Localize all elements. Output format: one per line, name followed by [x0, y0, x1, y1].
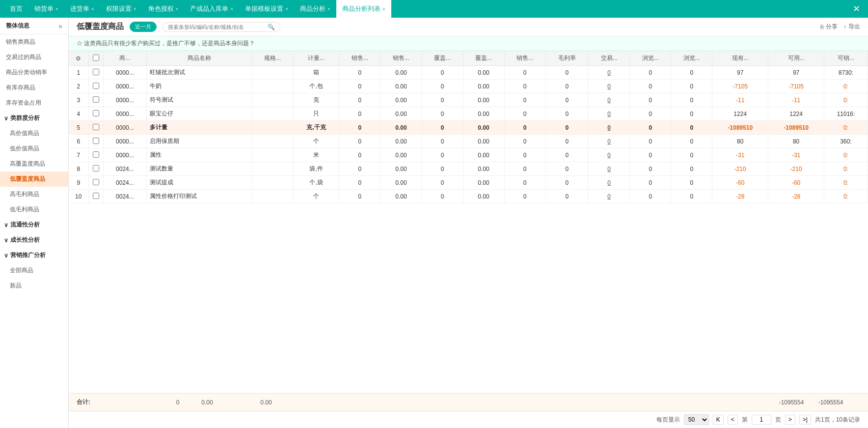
th-stock2[interactable]: 可用...: [768, 51, 824, 66]
th-cover2[interactable]: 覆盖...: [463, 51, 504, 66]
cell-s7[interactable]: 0: [589, 66, 630, 80]
cell-s5: 0: [504, 107, 545, 121]
per-page-label: 每页显示: [656, 416, 680, 424]
per-page-select[interactable]: 50 20 100: [684, 414, 709, 425]
sidebar-item-成长性分析[interactable]: ∨ 成长性分析: [0, 232, 68, 248]
sidebar-item-高覆盖度商品[interactable]: 高覆盖度商品: [0, 156, 68, 171]
nav-tab-首页[interactable]: 首页: [4, 0, 28, 18]
cell-unit: 袋,件: [293, 162, 339, 176]
export-button[interactable]: ↑ 导出: [843, 23, 860, 31]
table-container[interactable]: ⚙ 商... 商品名称 规格... 计量... 销售... 销售... 覆盖..…: [69, 51, 868, 393]
cell-s7[interactable]: 0: [589, 162, 630, 176]
cell-check[interactable]: [88, 121, 103, 135]
cell-s4: 0.00: [463, 80, 504, 93]
cell-no: 1: [69, 66, 88, 80]
cell-s7[interactable]: 0: [589, 107, 630, 121]
cell-check[interactable]: [88, 135, 103, 148]
nav-tab-close-产成品入库单[interactable]: ×: [230, 6, 233, 12]
next-page-button[interactable]: >: [785, 415, 795, 425]
prev-page-button[interactable]: <: [728, 415, 738, 425]
sidebar-item-类群度分析[interactable]: ∨ 类群度分析: [0, 111, 68, 126]
th-cover1[interactable]: 覆盖...: [422, 51, 463, 66]
cell-s5: 0: [504, 121, 545, 135]
share-button[interactable]: ⎘ 分享: [820, 23, 838, 31]
nav-tab-商品分析[interactable]: 商品分析×: [294, 0, 336, 18]
sidebar-item-新品[interactable]: 新品: [0, 278, 68, 293]
cell-s12: 0:: [824, 93, 868, 107]
th-trade[interactable]: 交易...: [589, 51, 630, 66]
sidebar-item-低毛利商品[interactable]: 低毛利商品: [0, 202, 68, 217]
cell-check[interactable]: [88, 80, 103, 93]
footer-s4: 0.00: [251, 399, 281, 406]
th-sales2[interactable]: 销售...: [380, 51, 422, 66]
th-browse2[interactable]: 浏览...: [671, 51, 712, 66]
nav-tab-close-商品分析[interactable]: ×: [327, 6, 330, 12]
sidebar-item-销售类商品[interactable]: 销售类商品: [0, 34, 68, 50]
sidebar-item-流通性分析[interactable]: ∨ 流通性分析: [0, 217, 68, 232]
select-all-checkbox[interactable]: [93, 55, 99, 61]
cell-code: 0024...: [103, 190, 147, 203]
cell-name: 测试数量: [147, 162, 252, 176]
th-gross[interactable]: 毛利率: [545, 51, 589, 66]
th-name[interactable]: 商品名称: [147, 51, 252, 66]
sidebar-item-商品分类动销率[interactable]: 商品分类动销率: [0, 65, 68, 80]
time-filter-button[interactable]: 近一月: [130, 22, 157, 32]
sidebar-item-低覆盖度商品[interactable]: 低覆盖度商品: [0, 171, 68, 187]
th-stock3[interactable]: 可销...: [824, 51, 868, 66]
nav-tab-close-权限设置[interactable]: ×: [134, 6, 136, 12]
search-input[interactable]: [168, 24, 266, 30]
cell-check[interactable]: [88, 162, 103, 176]
cell-s7[interactable]: 0: [589, 80, 630, 93]
nav-tab-角色授权[interactable]: 角色授权×: [142, 0, 185, 18]
cell-check[interactable]: [88, 148, 103, 162]
cell-s7[interactable]: 0: [589, 176, 630, 190]
th-settings[interactable]: ⚙: [69, 51, 88, 66]
nav-tab-close-角色授权[interactable]: ×: [176, 6, 179, 12]
data-table: ⚙ 商... 商品名称 规格... 计量... 销售... 销售... 覆盖..…: [69, 51, 868, 203]
nav-tab-close-进货单[interactable]: ×: [91, 6, 94, 12]
sidebar-item-库存资金占用[interactable]: 库存资金占用: [0, 95, 68, 111]
nav-tab-close-销货单[interactable]: ×: [55, 6, 58, 12]
nav-tab-进货单[interactable]: 进货单×: [64, 0, 100, 18]
th-spec[interactable]: 规格...: [252, 51, 293, 66]
cell-s7[interactable]: 0: [589, 148, 630, 162]
nav-tab-单据模板设置[interactable]: 单据模板设置×: [239, 0, 294, 18]
th-sales1[interactable]: 销售...: [339, 51, 380, 66]
nav-tab-销货单[interactable]: 销货单×: [28, 0, 64, 18]
page-number-input[interactable]: [752, 415, 771, 425]
window-close-button[interactable]: ✕: [849, 3, 864, 14]
th-unit[interactable]: 计量...: [293, 51, 339, 66]
cell-s7[interactable]: 0: [589, 121, 630, 135]
sidebar-item-高毛利商品[interactable]: 高毛利商品: [0, 187, 68, 202]
th-browse1[interactable]: 浏览...: [630, 51, 671, 66]
nav-tab-close-商品分析列表[interactable]: ×: [382, 6, 385, 12]
cell-check[interactable]: [88, 93, 103, 107]
last-page-button[interactable]: >|: [799, 415, 811, 425]
sidebar-item-全部商品[interactable]: 全部商品: [0, 263, 68, 278]
sidebar-item-交易过的商品[interactable]: 交易过的商品: [0, 50, 68, 65]
cell-check[interactable]: [88, 66, 103, 80]
th-code[interactable]: 商...: [103, 51, 147, 66]
nav-tab-产成品入库单[interactable]: 产成品入库单×: [184, 0, 239, 18]
search-icon[interactable]: 🔍: [268, 24, 275, 30]
cell-check[interactable]: [88, 107, 103, 121]
cell-code: 0024...: [103, 176, 147, 190]
cell-s12: 0:: [824, 148, 868, 162]
cell-s7[interactable]: 0: [589, 190, 630, 203]
cell-s7[interactable]: 0: [589, 93, 630, 107]
first-page-button[interactable]: K: [713, 415, 724, 425]
cell-check[interactable]: [88, 190, 103, 203]
th-sales3[interactable]: 销售...: [504, 51, 545, 66]
nav-tab-权限设置[interactable]: 权限设置×: [100, 0, 142, 18]
sidebar-collapse-button[interactable]: «: [58, 22, 62, 30]
sidebar-item-有库存商品[interactable]: 有库存商品: [0, 80, 68, 95]
sidebar-item-高价值商品[interactable]: 高价值商品: [0, 126, 68, 141]
sidebar-item-低价值商品[interactable]: 低价值商品: [0, 141, 68, 156]
th-stock1[interactable]: 现有...: [712, 51, 768, 66]
sidebar-item-营销推广分析[interactable]: ∨ 营销推广分析: [0, 248, 68, 263]
th-checkbox[interactable]: [88, 51, 103, 66]
nav-tab-close-单据模板设置[interactable]: ×: [285, 6, 288, 12]
nav-tab-商品分析列表[interactable]: 商品分析列表×: [336, 0, 391, 18]
cell-check[interactable]: [88, 176, 103, 190]
cell-s7[interactable]: 0: [589, 135, 630, 148]
